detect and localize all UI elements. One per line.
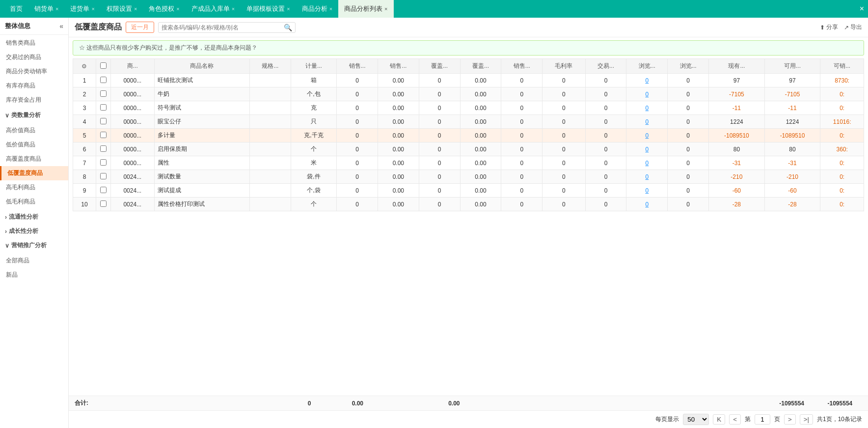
nav-tab-sales[interactable]: 销货单 ×: [28, 0, 64, 18]
row-browse1[interactable]: 0: [626, 156, 668, 170]
row-no: 5: [73, 129, 96, 143]
prev-page-button[interactable]: <: [729, 414, 741, 425]
close-icon[interactable]: ×: [176, 6, 179, 12]
nav-tab-purchase[interactable]: 进货单 ×: [64, 0, 100, 18]
row-no: 2: [73, 87, 96, 101]
row-checkbox[interactable]: [96, 74, 110, 87]
sidebar-item-sales-goods[interactable]: 销售类商品: [0, 36, 68, 50]
export-button[interactable]: ↗ 导出: [844, 23, 862, 31]
row-checkbox[interactable]: [96, 198, 110, 211]
row-stock1: 97: [709, 74, 765, 87]
col-settings[interactable]: ⚙: [73, 59, 96, 74]
col-unit[interactable]: 计量...: [291, 59, 336, 74]
page-number-input[interactable]: [755, 414, 770, 425]
row-sales-qty: 0: [337, 198, 378, 211]
select-all-checkbox[interactable]: [100, 62, 107, 69]
col-checkbox-all[interactable]: [96, 59, 110, 74]
col-margin[interactable]: 毛利率: [542, 59, 585, 74]
col-stock2[interactable]: 可用...: [764, 59, 820, 74]
row-browse1[interactable]: 0: [626, 115, 668, 129]
share-button[interactable]: ⬆ 分享: [820, 23, 838, 31]
row-browse1[interactable]: 0: [626, 87, 668, 101]
row-code: 0000...: [110, 143, 154, 156]
col-trade[interactable]: 交易...: [585, 59, 626, 74]
row-checkbox[interactable]: [96, 143, 110, 156]
close-icon[interactable]: ×: [384, 6, 387, 12]
nav-tab-analysis[interactable]: 商品分析 ×: [296, 0, 338, 18]
row-browse1[interactable]: 0: [626, 143, 668, 156]
sidebar-item-traded-goods[interactable]: 交易过的商品: [0, 50, 68, 64]
sidebar-group-flow-analysis[interactable]: › 流通性分析: [0, 210, 68, 224]
table-wrapper: ⚙ 商... 商品名称 规格... 计量... 销售... 销售... 覆盖..…: [69, 58, 868, 396]
nav-tab-roles[interactable]: 角色授权 ×: [143, 0, 185, 18]
page-label: 第: [745, 415, 751, 424]
row-checkbox[interactable]: [96, 156, 110, 170]
col-name[interactable]: 商品名称: [154, 59, 249, 74]
close-icon[interactable]: ×: [55, 6, 58, 12]
sidebar-group-growth-analysis[interactable]: › 成长性分析: [0, 224, 68, 238]
sidebar-item-high-margin[interactable]: 高毛利商品: [0, 180, 68, 195]
row-checkbox[interactable]: [96, 115, 110, 129]
next-page-button[interactable]: >: [784, 414, 796, 425]
col-code[interactable]: 商...: [110, 59, 154, 74]
page-size-select[interactable]: 50 100 200: [683, 414, 709, 425]
sidebar-item-all-goods[interactable]: 全部商品: [0, 254, 68, 268]
col-browse1[interactable]: 浏览...: [626, 59, 668, 74]
col-sales3[interactable]: 销售...: [501, 59, 542, 74]
col-browse2[interactable]: 浏览...: [668, 59, 709, 74]
sidebar-item-high-value[interactable]: 高价值商品: [0, 123, 68, 138]
col-spec[interactable]: 规格...: [249, 59, 291, 74]
table-row: 3 0000... 符号测试 克 0 0.00 0 0.00 0 0 0 0 0…: [73, 101, 864, 115]
nav-tab-products[interactable]: 产成品入库单 ×: [186, 0, 241, 18]
nav-tab-permissions[interactable]: 权限设置 ×: [101, 0, 143, 18]
col-cover2[interactable]: 覆盖...: [460, 59, 501, 74]
col-cover1[interactable]: 覆盖...: [419, 59, 460, 74]
close-all-button[interactable]: ×: [860, 4, 864, 13]
nav-tab-analysis-list[interactable]: 商品分析列表 ×: [338, 0, 393, 18]
nav-tab-home[interactable]: 首页: [4, 0, 28, 18]
row-checkbox[interactable]: [96, 87, 110, 101]
sidebar-group-quantity-analysis[interactable]: ∨ 类数量分析: [0, 108, 68, 122]
page-size-label: 每页显示: [655, 415, 679, 424]
col-sales-qty[interactable]: 销售...: [337, 59, 378, 74]
time-filter-button[interactable]: 近一月: [126, 22, 154, 33]
row-browse1[interactable]: 0: [626, 74, 668, 87]
row-checkbox[interactable]: [96, 184, 110, 198]
close-icon[interactable]: ×: [287, 6, 290, 12]
sidebar-collapse-button[interactable]: «: [59, 22, 63, 30]
row-sales-qty: 0: [337, 115, 378, 129]
row-checkbox[interactable]: [96, 129, 110, 143]
col-stock3[interactable]: 可销...: [820, 59, 864, 74]
sidebar-item-in-stock[interactable]: 有库存商品: [0, 79, 68, 93]
row-browse1[interactable]: 0: [626, 198, 668, 211]
sidebar-item-high-coverage[interactable]: 高覆盖度商品: [0, 152, 68, 166]
row-browse1[interactable]: 0: [626, 101, 668, 115]
col-sales-amt[interactable]: 销售...: [378, 59, 419, 74]
sidebar-item-category-rate[interactable]: 商品分类动销率: [0, 64, 68, 79]
row-checkbox[interactable]: [96, 170, 110, 184]
close-icon[interactable]: ×: [134, 6, 137, 12]
row-browse1[interactable]: 0: [626, 170, 668, 184]
sidebar-item-low-value[interactable]: 低价值商品: [0, 138, 68, 152]
close-icon[interactable]: ×: [232, 6, 235, 12]
row-browse1[interactable]: 0: [626, 184, 668, 198]
sidebar-item-stock-capital[interactable]: 库存资金占用: [0, 93, 68, 107]
row-checkbox[interactable]: [96, 101, 110, 115]
first-page-button[interactable]: K: [713, 414, 725, 425]
row-sales3: 0: [501, 156, 542, 170]
col-stock1[interactable]: 现有...: [709, 59, 765, 74]
close-icon[interactable]: ×: [329, 6, 332, 12]
search-input[interactable]: [162, 24, 284, 31]
sidebar-group-marketing-analysis[interactable]: ∨ 营销推广分析: [0, 238, 68, 253]
close-icon[interactable]: ×: [91, 6, 94, 12]
nav-tab-templates[interactable]: 单据模板设置 ×: [241, 0, 296, 18]
sidebar-item-low-coverage[interactable]: 低覆盖度商品: [0, 166, 68, 180]
pagination: 每页显示 50 100 200 K < 第 页 > >| 共1页，10条记录: [69, 410, 868, 428]
row-name: 牛奶: [154, 87, 249, 101]
settings-icon[interactable]: ⚙: [81, 63, 87, 70]
row-unit: 袋,件: [291, 170, 336, 184]
row-browse1[interactable]: 0: [626, 129, 668, 143]
sidebar-item-low-margin[interactable]: 低毛利商品: [0, 195, 68, 209]
last-page-button[interactable]: >|: [800, 414, 813, 425]
sidebar-item-new-goods[interactable]: 新品: [0, 268, 68, 282]
